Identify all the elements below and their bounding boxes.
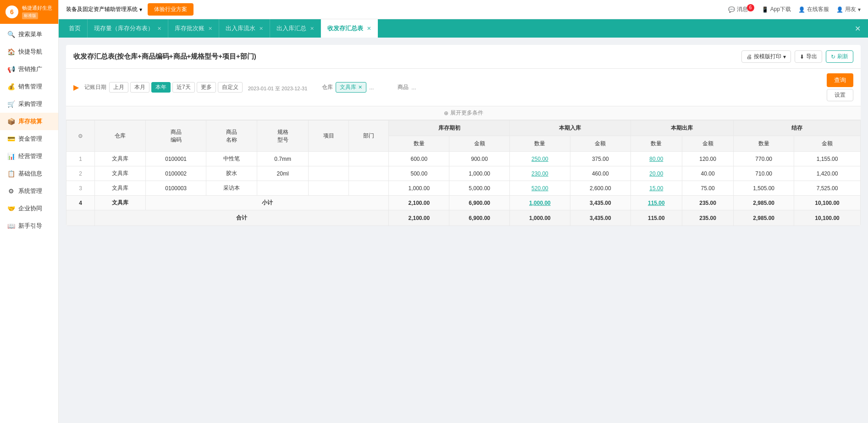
warehouse-more[interactable]: ...	[369, 84, 374, 91]
row-out-qty[interactable]: 15.00	[630, 181, 682, 196]
sidebar-item-sales[interactable]: 💰 销售管理	[0, 78, 58, 95]
filter-collapse-btn[interactable]: ▶	[73, 83, 79, 92]
row-in-qty[interactable]: 230.00	[510, 166, 570, 181]
system-title-dropdown[interactable]: 装备及固定资产辅助管理系统 ▾	[66, 5, 142, 13]
row-out-amount: 40.00	[682, 166, 733, 181]
footer-opening-amount: 6,900.00	[449, 210, 510, 226]
tab-stock-dist-close[interactable]: ✕	[157, 26, 161, 32]
date-btn-custom[interactable]: 自定义	[218, 82, 243, 93]
system-icon: ⚙	[7, 187, 15, 195]
date-btn-last-month[interactable]: 上月	[109, 82, 128, 93]
row-out-qty[interactable]: 80.00	[630, 152, 682, 166]
tab-stock-dist-label: 现存量（库存分布表）	[94, 24, 154, 33]
subtotal-label: 小计	[146, 196, 389, 210]
print-label: 按模版打印	[754, 53, 781, 60]
date-btn-this-month[interactable]: 本月	[130, 82, 149, 93]
app-download-btn[interactable]: 📱 App下载	[762, 5, 791, 13]
message-btn[interactable]: 💬 消息 6	[728, 5, 754, 13]
logo-icon: 6	[6, 5, 18, 18]
col-in-qty-header: 数量	[510, 136, 570, 152]
experience-btn[interactable]: 体验行业方案	[148, 3, 194, 16]
col-settings-icon[interactable]: ⚙	[78, 133, 83, 139]
row-opening-amount: 900.00	[449, 152, 510, 166]
warehouse-filter-label: 仓库	[322, 83, 333, 91]
col-settings[interactable]: ⚙	[66, 121, 95, 152]
col-balance-qty-header: 数量	[734, 136, 794, 152]
tab-inout-flow-close[interactable]: ✕	[259, 26, 263, 32]
tab-recv-summary[interactable]: 收发存汇总表 ✕	[321, 19, 378, 38]
row-department	[348, 166, 389, 181]
row-goods-code: 0100003	[146, 181, 206, 196]
sidebar-item-search[interactable]: 🔍 搜索菜单	[0, 26, 58, 43]
row-department	[348, 152, 389, 166]
user-icon: 👤	[836, 6, 843, 13]
sidebar-item-purchase[interactable]: 🛒 采购管理	[0, 95, 58, 113]
sidebar-item-basic[interactable]: 📋 基础信息	[0, 165, 58, 182]
date-btn-7days[interactable]: 近7天	[172, 82, 195, 93]
row-goods-code: 0100002	[146, 166, 206, 181]
message-label: 消息	[737, 5, 748, 13]
table-row: 3 文具库 0100003 采访本 1,000.00 5,000.00 520.…	[66, 181, 861, 196]
warehouse-tag-remove[interactable]: ✕	[358, 84, 362, 90]
footer-out-qty: 115.00	[630, 210, 682, 226]
tab-stock-dist[interactable]: 现存量（库存分布表） ✕	[88, 19, 168, 38]
sidebar-item-system[interactable]: ⚙ 系统管理	[0, 182, 58, 200]
sidebar-item-marketing[interactable]: 📢 营销推广	[0, 60, 58, 78]
row-in-qty[interactable]: 250.00	[510, 152, 570, 166]
sidebar-item-label: 经营管理	[18, 152, 42, 160]
subtotal-opening-qty: 2,100.00	[389, 196, 449, 210]
subtotal-out-qty[interactable]: 115.00	[630, 196, 682, 210]
refresh-btn[interactable]: ↻ 刷新	[826, 50, 853, 63]
sidebar-item-collab[interactable]: 🤝 企业协同	[0, 200, 58, 217]
warehouse-filter-tag: 文具库 ✕	[336, 82, 366, 93]
tabbar-close-all[interactable]: ✕	[851, 24, 864, 33]
tab-inout-summary[interactable]: 出入库汇总 ✕	[270, 19, 321, 38]
purchase-icon: 🛒	[7, 100, 15, 108]
row-seq: 2	[66, 166, 95, 181]
footer-in-amount: 3,435.00	[570, 210, 630, 226]
sidebar-item-operation[interactable]: 📊 经营管理	[0, 148, 58, 165]
date-btn-more[interactable]: 更多	[197, 82, 216, 93]
tab-inout-summary-close[interactable]: ✕	[310, 26, 314, 32]
col-balance-amount-header: 金额	[794, 136, 861, 152]
date-btn-this-year[interactable]: 本年	[151, 82, 171, 93]
row-goods-name: 采访本	[206, 181, 257, 196]
sidebar-item-quick[interactable]: 🏠 快捷导航	[0, 43, 58, 60]
tab-batch[interactable]: 库存批次账 ✕	[168, 19, 219, 38]
row-opening-amount: 5,000.00	[449, 181, 510, 196]
online-service-label: 在线客服	[807, 5, 829, 13]
subtotal-row: 4 文具库 小计 2,100.00 6,900.00 1,000.00 3,43…	[66, 196, 861, 210]
setting-btn[interactable]: 设置	[827, 89, 853, 101]
print-btn[interactable]: 🖨 按模版打印 ▾	[741, 50, 791, 63]
tab-recv-summary-close[interactable]: ✕	[367, 26, 371, 32]
online-service-btn[interactable]: 👤 在线客服	[798, 5, 829, 13]
tab-batch-label: 库存批次账	[175, 24, 205, 33]
expand-conditions-btn[interactable]: ⊕ 展开更多条件	[444, 109, 483, 117]
sidebar-item-inventory[interactable]: 📦 库存核算	[0, 113, 58, 130]
user-menu[interactable]: 👤 用友 ▾	[836, 5, 861, 13]
tab-home[interactable]: 首页	[62, 19, 88, 38]
tab-batch-close[interactable]: ✕	[208, 26, 212, 32]
footer-out-amount: 235.00	[682, 210, 733, 226]
page-title-bar: 收发存汇总表(按仓库+商品编码+商品+规格型号+项目+部门) 🖨 按模版打印 ▾…	[66, 45, 861, 69]
subtotal-opening-amount: 6,900.00	[449, 196, 510, 210]
row-in-amount: 375.00	[570, 152, 630, 166]
logo-title: 畅捷通好生意	[22, 5, 52, 11]
row-opening-qty: 600.00	[389, 152, 449, 166]
collab-icon: 🤝	[7, 205, 15, 212]
row-project	[309, 152, 349, 166]
goods-more[interactable]: ...	[411, 84, 416, 91]
subtotal-in-qty[interactable]: 1,000.00	[510, 196, 570, 210]
query-btn[interactable]: 查询	[827, 73, 853, 87]
sidebar-item-newbie[interactable]: 📖 新手引导	[0, 217, 58, 235]
row-out-qty[interactable]: 20.00	[630, 166, 682, 181]
sidebar-item-finance[interactable]: 💳 资金管理	[0, 130, 58, 148]
tab-inout-flow[interactable]: 出入库流水 ✕	[219, 19, 270, 38]
expand-label: 展开更多条件	[450, 109, 483, 117]
table-row: 1 文具库 0100001 中性笔 0.7mm 600.00 900.00 25…	[66, 152, 861, 166]
export-btn[interactable]: ⬇ 导出	[795, 50, 822, 63]
row-goods-spec: 0.7mm	[257, 152, 308, 166]
expand-conditions-bar: ⊕ 展开更多条件	[66, 106, 861, 120]
service-icon: 👤	[798, 6, 805, 13]
row-in-qty[interactable]: 520.00	[510, 181, 570, 196]
